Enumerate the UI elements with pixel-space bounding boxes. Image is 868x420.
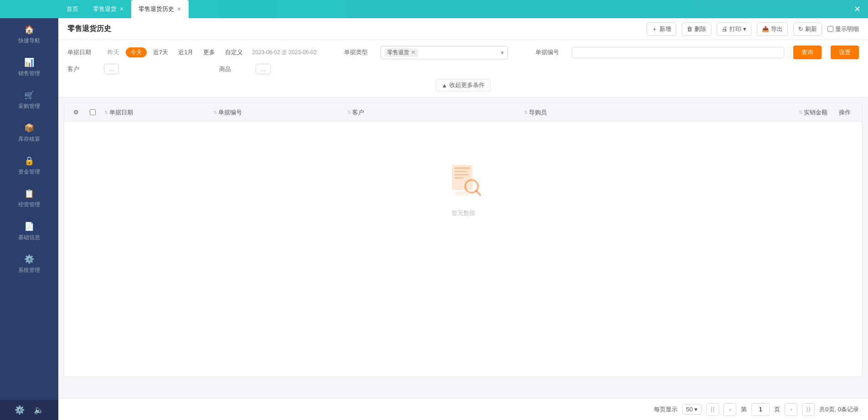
delete-label: 删除 bbox=[694, 25, 706, 33]
sidebar-label-basic: 基础信息 bbox=[18, 234, 40, 241]
svg-rect-2 bbox=[454, 171, 467, 172]
sidebar-item-finance[interactable]: 🔒 资金管理 bbox=[0, 149, 58, 182]
doc-num-input[interactable] bbox=[572, 47, 784, 58]
refresh-icon: ↻ bbox=[798, 26, 803, 32]
doc-type-tag: 零售退货 ✕ bbox=[385, 48, 418, 57]
settings-bottom-icon[interactable]: ⚙️ bbox=[15, 405, 25, 415]
page-size-select[interactable]: 50 ▾ bbox=[682, 404, 702, 415]
svg-point-7 bbox=[454, 191, 470, 196]
prev-page-button[interactable]: ‹ bbox=[724, 403, 736, 416]
export-icon: 📤 bbox=[762, 26, 769, 32]
delete-icon: 🗑 bbox=[687, 26, 693, 32]
sidebar-label-purchase: 采购管理 bbox=[18, 102, 40, 110]
sort-guide-icon[interactable]: ⇅ bbox=[524, 110, 528, 115]
new-button[interactable]: ＋ 新增 bbox=[647, 22, 676, 36]
tab-retail-return[interactable]: 零售退货 ✕ bbox=[86, 0, 131, 18]
col-check[interactable] bbox=[84, 109, 101, 115]
first-page-button[interactable]: ⟨⟨ bbox=[706, 403, 719, 416]
sidebar-item-basic[interactable]: 📄 基础信息 bbox=[0, 215, 58, 248]
sort-amount-icon[interactable]: ⇅ bbox=[799, 110, 802, 115]
print-arrow-icon: ▾ bbox=[743, 26, 746, 32]
sidebar-label-quick-nav: 快捷导航 bbox=[18, 37, 40, 45]
show-detail-label: 显示明细 bbox=[835, 25, 859, 33]
filter-row-2: 客户 ... 商品 ... bbox=[67, 64, 859, 74]
date-opt-last7[interactable]: 近7天 bbox=[149, 47, 172, 57]
sidebar-label-operation: 经营管理 bbox=[18, 201, 40, 209]
col-guide-header: ⇅ 导购员 bbox=[520, 108, 655, 117]
refresh-button[interactable]: ↻ 刷新 bbox=[793, 22, 822, 36]
doc-type-select-arrow: ▾ bbox=[501, 49, 504, 56]
sidebar-label-finance: 资金管理 bbox=[18, 168, 40, 176]
tab-retail-return-label: 零售退货 bbox=[93, 5, 117, 13]
query-button[interactable]: 查询 bbox=[793, 46, 822, 59]
system-icon: ⚙️ bbox=[24, 254, 34, 264]
select-all-checkbox[interactable] bbox=[90, 109, 96, 115]
sidebar-item-sales[interactable]: 📊 销售管理 bbox=[0, 51, 58, 84]
tab-retail-return-history[interactable]: 零售退货历史 ✕ bbox=[131, 0, 189, 18]
collapse-icon: ▲ bbox=[442, 82, 447, 89]
volume-icon[interactable]: 🔈 bbox=[34, 405, 44, 415]
doc-type-select[interactable]: 零售退货 ✕ ▾ bbox=[380, 46, 508, 59]
settings-col-icon[interactable]: ⚙ bbox=[73, 109, 79, 116]
filter-row-1: 单据日期 昨天 今天 近7天 近1月 更多 自定义 2023-06-02 至 2… bbox=[67, 46, 859, 59]
export-label: 导出 bbox=[771, 25, 783, 33]
empty-illustration bbox=[441, 158, 486, 204]
page-summary: 共0页, 0条记录 bbox=[819, 405, 859, 414]
sort-num-icon[interactable]: ⇅ bbox=[213, 110, 217, 115]
sales-icon: 📊 bbox=[24, 57, 34, 67]
print-button[interactable]: 🖨 打印 ▾ bbox=[717, 22, 751, 36]
window-close-button[interactable]: ✕ bbox=[854, 4, 861, 14]
date-options: 昨天 今天 近7天 近1月 更多 自定义 2023-06-02 至 2023-0… bbox=[104, 47, 317, 57]
col-setting[interactable]: ⚙ bbox=[68, 109, 84, 116]
date-opt-more[interactable]: 更多 bbox=[200, 47, 219, 57]
date-opt-yesterday[interactable]: 昨天 bbox=[104, 47, 123, 57]
tab-retail-return-history-close[interactable]: ✕ bbox=[177, 6, 181, 12]
next-page-button[interactable]: › bbox=[785, 403, 797, 416]
col-customer-header: ⇅ 客户 bbox=[344, 108, 520, 117]
basic-icon: 📄 bbox=[24, 221, 34, 231]
page-size-value: 50 bbox=[686, 406, 693, 413]
delete-button[interactable]: 🗑 删除 bbox=[682, 22, 711, 36]
col-amount-label: 实销金额 bbox=[804, 108, 827, 117]
collapse-button[interactable]: ▲ 收起更多条件 bbox=[436, 79, 491, 92]
col-customer-label: 客户 bbox=[352, 108, 364, 117]
customer-select-btn[interactable]: ... bbox=[104, 64, 119, 74]
finance-icon: 🔒 bbox=[24, 156, 34, 166]
page-word: 第 bbox=[741, 405, 747, 414]
sidebar-item-operation[interactable]: 📋 经营管理 bbox=[0, 182, 58, 215]
sort-date-icon[interactable]: ⇅ bbox=[104, 110, 108, 115]
top-bar: 首页 零售退货 ✕ 零售退货历史 ✕ ✕ bbox=[0, 0, 868, 18]
svg-line-6 bbox=[476, 191, 480, 195]
settings-button[interactable]: 设置 bbox=[831, 46, 859, 59]
goods-select-btn[interactable]: ... bbox=[256, 64, 271, 74]
show-detail-checkbox-wrapper[interactable]: 显示明细 bbox=[827, 25, 859, 33]
tab-retail-return-close[interactable]: ✕ bbox=[119, 6, 124, 12]
sidebar-item-inventory[interactable]: 📦 库存核算 bbox=[0, 117, 58, 149]
customer-label: 客户 bbox=[67, 65, 95, 73]
date-opt-today[interactable]: 今天 bbox=[126, 47, 147, 57]
page-size-arrow: ▾ bbox=[694, 406, 698, 413]
tab-home-label: 首页 bbox=[67, 5, 78, 13]
date-opt-last-month[interactable]: 近1月 bbox=[175, 47, 197, 57]
page-unit: 页 bbox=[774, 405, 780, 414]
table-header: ⚙ ⇅ 单据日期 ⇅ 单据编号 ⇅ 客户 ⇅ 导购员 ⇅ bbox=[64, 103, 862, 122]
sidebar-bottom: ⚙️ 🔈 bbox=[0, 400, 58, 420]
sidebar-item-quick-nav[interactable]: 🏠 快捷导航 bbox=[0, 18, 58, 51]
svg-rect-3 bbox=[454, 174, 469, 175]
sidebar-item-system[interactable]: ⚙️ 系统管理 bbox=[0, 248, 58, 281]
sidebar-label-system: 系统管理 bbox=[18, 266, 40, 274]
sidebar-label-inventory: 库存核算 bbox=[18, 135, 40, 143]
show-detail-checkbox[interactable] bbox=[827, 26, 833, 32]
col-num-header: ⇅ 单据编号 bbox=[210, 108, 344, 117]
export-button[interactable]: 📤 导出 bbox=[757, 22, 788, 36]
page-number-input[interactable] bbox=[751, 403, 770, 416]
sort-customer-icon[interactable]: ⇅ bbox=[347, 110, 351, 115]
col-date-label: 单据日期 bbox=[109, 108, 133, 117]
doc-type-tag-close[interactable]: ✕ bbox=[411, 49, 416, 56]
purchase-icon: 🛒 bbox=[24, 90, 34, 100]
tab-home[interactable]: 首页 bbox=[59, 0, 86, 18]
collapse-label: 收起更多条件 bbox=[449, 81, 485, 89]
date-opt-custom[interactable]: 自定义 bbox=[221, 47, 247, 57]
sidebar-item-purchase[interactable]: 🛒 采购管理 bbox=[0, 84, 58, 117]
last-page-button[interactable]: ⟩⟩ bbox=[802, 403, 815, 416]
